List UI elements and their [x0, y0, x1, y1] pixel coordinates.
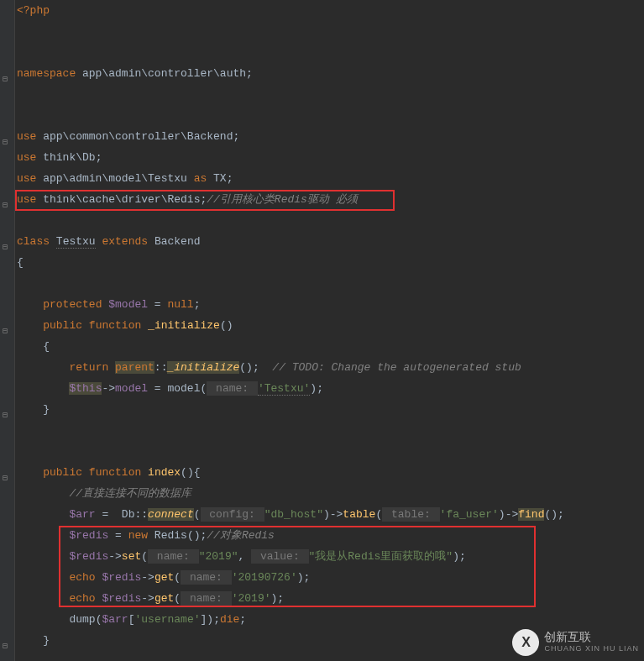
code-line: { [15, 252, 644, 273]
code-line: $this->model = model( name: 'Testxu'); [15, 378, 644, 399]
code-line [15, 105, 644, 126]
code-line: namespace app\admin\controller\auth; [15, 63, 644, 84]
fold-icon[interactable]: ⊟ [3, 132, 13, 142]
code-line [15, 441, 644, 462]
fold-icon[interactable]: ⊟ [3, 468, 13, 478]
code-line: <?php [15, 0, 644, 21]
code-line: class Testxu extends Backend [15, 231, 644, 252]
code-line: } [15, 399, 644, 420]
code-line: { [15, 336, 644, 357]
code-line: dump($arr['username']);die; [15, 609, 644, 630]
watermark-logo-icon: X [512, 629, 539, 656]
code-line [15, 273, 644, 294]
fold-icon[interactable]: ⊟ [3, 237, 13, 247]
watermark: X 创新互联 CHUANG XIN HU LIAN [512, 629, 639, 656]
code-line [15, 420, 644, 441]
watermark-title: 创新互联 [544, 631, 639, 643]
fold-icon[interactable]: ⊟ [3, 321, 13, 331]
code-line [15, 42, 644, 63]
watermark-subtitle: CHUANG XIN HU LIAN [544, 643, 639, 654]
editor-gutter: ⊟ ⊟ ⊟ ⊟ ⊟ ⊟ ⊟ ⊟ [0, 0, 15, 661]
code-line: echo $redis->get( name: '20190726'); [15, 567, 644, 588]
code-line [15, 21, 644, 42]
code-content[interactable]: <?php namespace app\admin\controller\aut… [15, 0, 644, 661]
code-line: public function index(){ [15, 462, 644, 483]
fold-icon[interactable]: ⊟ [3, 195, 13, 205]
code-line [15, 84, 644, 105]
code-line: $redis->set( name: "2019", value: "我是从Re… [15, 546, 644, 567]
code-line: use app\admin\model\Testxu as TX; [15, 168, 644, 189]
code-line: $arr = Db::connect( config: "db_host")->… [15, 504, 644, 525]
code-line: use app\common\controller\Backend; [15, 126, 644, 147]
code-line: use think\Db; [15, 147, 644, 168]
code-line: echo $redis->get( name: '2019'); [15, 588, 644, 609]
code-editor: ⊟ ⊟ ⊟ ⊟ ⊟ ⊟ ⊟ ⊟ <?php namespace app\admi… [0, 0, 644, 661]
code-line: use think\cache\driver\Redis;//引用核心类Redi… [15, 189, 644, 210]
fold-icon[interactable]: ⊟ [3, 69, 13, 79]
code-line: //直接连接不同的数据库 [15, 483, 644, 504]
fold-icon[interactable]: ⊟ [3, 405, 13, 415]
code-line: public function _initialize() [15, 315, 644, 336]
code-line: protected $model = null; [15, 294, 644, 315]
code-line [15, 210, 644, 231]
fold-icon[interactable]: ⊟ [3, 636, 13, 646]
code-line: $redis = new Redis();//对象Redis [15, 525, 644, 546]
code-line: return parent::_initialize(); // TODO: C… [15, 357, 644, 378]
